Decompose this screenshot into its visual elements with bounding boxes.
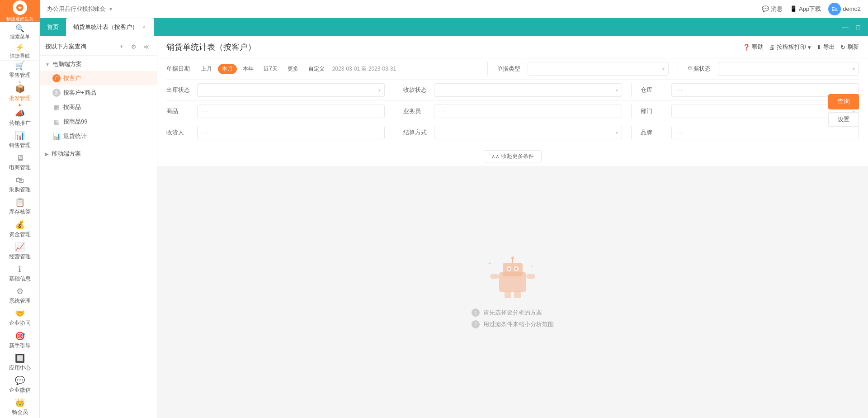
print-dropdown-icon: ▾: [808, 44, 811, 51]
date-range-text: 2023-03-01 至 2023-03-31: [332, 65, 396, 73]
filter-receiptstatus-item: 收款状态 ▾: [403, 83, 622, 97]
sidebar-item-purchase[interactable]: 🛍 采购管理: [0, 173, 40, 195]
sidebar-item-operations[interactable]: 📈 经营管理: [0, 240, 40, 262]
filter-brand-item: 品牌 ···: [641, 126, 859, 139]
scheme-settings-button[interactable]: ⚙: [129, 42, 139, 52]
sidebar-item-finance[interactable]: 💰 资金管理: [0, 218, 40, 240]
tab-maximize-button[interactable]: □: [852, 21, 864, 33]
date-btn-this-month[interactable]: 本月: [218, 64, 237, 74]
scheme-collapse-button[interactable]: ≪: [142, 42, 151, 52]
svg-rect-10: [526, 274, 535, 279]
export-icon: ⬇: [816, 44, 821, 51]
sidebar-item-wholesale[interactable]: 📦 批发管理 ▲: [0, 84, 40, 107]
help-button[interactable]: ❓ 帮助: [743, 43, 764, 51]
filter-row-4: 收货人 ··· 结算方式 ▾: [166, 122, 859, 143]
app-download-button[interactable]: 📱 App下载: [790, 5, 821, 13]
goods-label: 商品: [166, 107, 193, 115]
print-icon: 🖨: [769, 44, 775, 51]
main-area: 办公用品行业模拟账套 ▾ 💬 消息 📱 App下载 Ea demo2 首页: [40, 0, 868, 418]
tab-minimize-button[interactable]: —: [839, 21, 852, 33]
docstatus-select[interactable]: ▾: [718, 62, 859, 76]
sidebar-item-weixin[interactable]: 💬 企业微信: [0, 374, 40, 396]
sidebar-item-search[interactable]: 🔍 搜索菜单: [0, 22, 40, 41]
date-btn-7days[interactable]: 近7天: [259, 64, 282, 74]
sidebar-item-marketing[interactable]: 📣 营销推广: [0, 107, 40, 129]
settle-select[interactable]: ▾: [434, 126, 622, 139]
schemes-title: 按以下方案查询: [45, 43, 86, 51]
sidebar-item-quicknav[interactable]: ⚡ 快捷导航: [0, 41, 40, 60]
tab-home[interactable]: 首页: [40, 18, 66, 36]
doctype-arrow: ▾: [662, 66, 665, 71]
query-button[interactable]: 查询: [828, 94, 859, 109]
app-logo[interactable]: 畅捷通好生意: [0, 0, 40, 22]
svg-point-5: [508, 267, 510, 270]
download-icon: 📱: [790, 5, 797, 12]
tab-close-icon[interactable]: ×: [141, 24, 147, 30]
receiver-select[interactable]: ···: [197, 126, 385, 139]
svg-rect-11: [505, 291, 511, 298]
receiptstatus-label: 收款状态: [403, 86, 430, 94]
export-button[interactable]: ⬇ 导出: [816, 43, 835, 51]
scheme-item-customer[interactable]: 户 按客户: [40, 71, 157, 86]
tab-sales-stats[interactable]: 销货单统计表（按客户） ×: [66, 18, 154, 36]
scheme-item-customer-goods[interactable]: 客 按客户+商品: [40, 86, 157, 100]
doctype-select[interactable]: ▾: [528, 62, 669, 76]
sidebar-item-sales[interactable]: 📊 销售管理: [0, 129, 40, 151]
filter-sep-3: [394, 83, 394, 97]
content-header: 销货单统计表（按客户） ❓ 帮助 🖨 按模板打印 ▾ ⬇: [157, 36, 868, 58]
goods-dots: ···: [201, 108, 209, 115]
refresh-button[interactable]: ↻ 刷新: [840, 43, 859, 51]
scheme-item-return[interactable]: 📊 退货统计: [40, 129, 157, 143]
sidebar-item-inventory[interactable]: 📋 库存核算: [0, 195, 40, 218]
date-btn-custom[interactable]: 自定义: [304, 64, 329, 74]
message-button[interactable]: 💬 消息: [762, 5, 783, 13]
outstatus-select[interactable]: ▾: [197, 83, 385, 97]
date-btn-more[interactable]: 更多: [283, 64, 302, 74]
filter-row-3: 商品 ··· 业务员 ··· 部门: [166, 101, 859, 122]
brand-dots: ···: [675, 129, 684, 136]
date-btn-this-year[interactable]: 本年: [239, 64, 258, 74]
user-avatar-area[interactable]: Ea demo2: [828, 3, 861, 15]
sidebar-item-system[interactable]: ⚙ 系统管理: [0, 285, 40, 307]
warehouse-dots: ···: [675, 86, 684, 94]
outstatus-arrow: ▾: [378, 88, 381, 93]
topbar-left: 办公用品行业模拟账套 ▾: [47, 5, 112, 13]
sidebar-item-retail[interactable]: 🛒 零售管理 ▲: [0, 61, 40, 84]
sidebar-item-guide[interactable]: 🎯 新手引导: [0, 329, 40, 351]
date-control: 上月 本月 本年 近7天 更多 自定义 2023-03-01 至 2023-03…: [197, 64, 478, 74]
scheme-group-desktop-header[interactable]: ▼ 电脑端方案: [40, 57, 157, 71]
receiptstatus-select[interactable]: ▾: [434, 83, 622, 97]
goods-select[interactable]: ···: [197, 104, 385, 118]
sidebar-item-ecommerce[interactable]: 🖥 电商管理: [0, 151, 40, 173]
query-buttons-area: 查询 设置: [828, 94, 859, 127]
filter-sep-1: [487, 62, 488, 76]
settings-button[interactable]: 设置: [828, 112, 859, 127]
tabbar: 首页 销货单统计表（按客户） × — □: [40, 18, 868, 36]
sidebar: 畅捷通好生意 🔍 搜索菜单 ⚡ 快捷导航 🛒 零售管理 ▲ 📦 批发管理 ▲ 📣…: [0, 0, 40, 418]
scheme-add-button[interactable]: ＋: [116, 42, 126, 52]
settle-arrow: ▾: [616, 130, 618, 135]
sidebar-item-basic-info[interactable]: ℹ 基础信息: [0, 262, 40, 285]
collapse-up-icon: ∧∧: [491, 153, 500, 160]
salesperson-label: 业务员: [403, 107, 430, 115]
print-button[interactable]: 🖨 按模板打印 ▾: [769, 43, 811, 51]
scheme-item-goods99[interactable]: ▦ 按商品99: [40, 114, 157, 129]
scheme-group-mobile-header[interactable]: ▶ 移动端方案: [40, 147, 157, 161]
hint-num-1: 1: [472, 309, 480, 317]
sidebar-item-enterprise[interactable]: 🤝 企业协同: [0, 307, 40, 329]
brand-select[interactable]: ···: [671, 126, 859, 139]
brand-label: 品牌: [641, 128, 668, 137]
filter-sep-5: [394, 104, 394, 118]
filter-goods-item: 商品 ···: [166, 104, 385, 118]
logo-icon: [13, 0, 27, 15]
empty-hint-2: 2 用过滤条件来缩小分析范围: [472, 320, 554, 328]
topbar-dropdown-arrow[interactable]: ▾: [109, 6, 112, 12]
collapse-filters-button[interactable]: ∧∧ 收起更多条件: [484, 150, 542, 162]
salesperson-select[interactable]: ···: [434, 104, 622, 118]
date-btn-last-month[interactable]: 上月: [197, 64, 216, 74]
filter-sep-2: [678, 62, 678, 76]
scheme-item-goods[interactable]: ▦ 按商品: [40, 100, 157, 114]
sidebar-item-member[interactable]: 👑 畅会员: [0, 396, 40, 418]
topbar-right: 💬 消息 📱 App下载 Ea demo2: [762, 3, 861, 15]
sidebar-item-appcenter[interactable]: 🔲 应用中心: [0, 352, 40, 374]
